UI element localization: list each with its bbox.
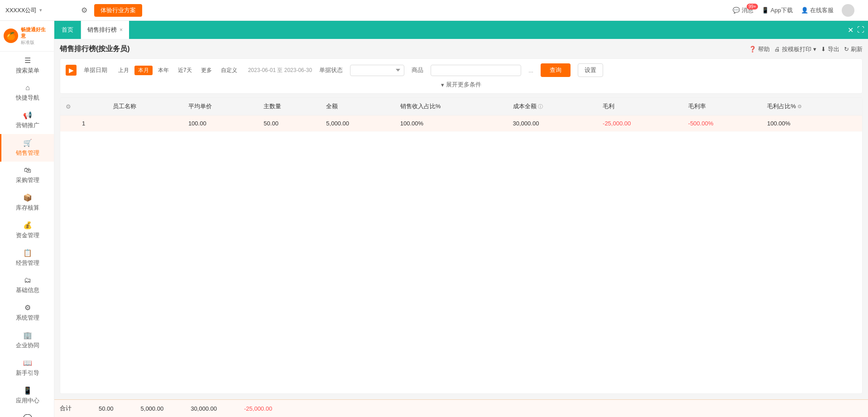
company-name: XXXXX公司 bbox=[5, 6, 37, 14]
th-settings: ⚙ bbox=[60, 98, 77, 115]
refresh-label: 刷新 bbox=[851, 45, 863, 53]
inventory-icon: 📦 bbox=[23, 193, 32, 202]
page-content: 销售排行榜(按业务员) ❓ 帮助 🖨 按模板打印 ▾ ⬇ 导出 bbox=[54, 39, 868, 399]
td-profit: -25,000.00 bbox=[597, 115, 683, 132]
tab-home-label: 首页 bbox=[62, 26, 73, 34]
sidebar-item-finance[interactable]: 💰 资金管理 bbox=[0, 216, 54, 244]
td-settings bbox=[60, 115, 77, 132]
tab-home[interactable]: 首页 bbox=[54, 21, 81, 39]
sidebar-item-wechat[interactable]: 💬 企业微信 bbox=[0, 409, 54, 417]
footer-qty: 50.00 bbox=[99, 405, 114, 412]
date-tab-7-days[interactable]: 近7天 bbox=[174, 66, 196, 75]
logo-area: 🍊 畅捷通好生意 标准版 bbox=[0, 21, 54, 52]
tab-close-button[interactable]: × bbox=[120, 27, 123, 33]
content-area: 首页 销售排行榜 × ✕ ⛶ 销售排行榜(按业务员) ❓ 帮助 bbox=[54, 21, 868, 417]
sidebar-item-marketing[interactable]: 📢 营销推广 bbox=[0, 106, 54, 134]
date-label: 单据日期 bbox=[84, 66, 107, 74]
sidebar: 🍊 畅捷通好生意 标准版 ☰ 搜索菜单 ⌂ 快捷导航 📢 营销推广 🛒 销售管理… bbox=[0, 21, 54, 417]
table-container: ⚙ 员工名称 平均单价 主数量 全额 销售收入占比% 成本全额 ⓘ bbox=[60, 97, 863, 394]
date-tab-last-month[interactable]: 上月 bbox=[115, 66, 133, 75]
th-avg-price: 平均单价 bbox=[183, 98, 258, 115]
date-range: 2023-06-01 至 2023-06-30 bbox=[248, 67, 312, 74]
table-settings-icon[interactable]: ⚙ bbox=[66, 103, 71, 110]
operations-icon: 📋 bbox=[23, 249, 32, 257]
page-title: 销售排行榜(按业务员) bbox=[60, 44, 130, 54]
logo-name: 畅捷通好生意 bbox=[21, 26, 50, 39]
top-header: XXXXX公司 ▾ ⚙ 体验行业方案 💬 消息 99+ 📱 App下载 👤 在线… bbox=[0, 0, 868, 21]
sidebar-label-basic: 基础信息 bbox=[16, 286, 39, 294]
th-qty: 主数量 bbox=[258, 98, 321, 115]
sidebar-label-purchase: 采购管理 bbox=[16, 176, 39, 184]
refresh-button[interactable]: ↻ 刷新 bbox=[844, 45, 863, 53]
finance-icon: 💰 bbox=[23, 221, 32, 230]
footer-profit: -25,000.00 bbox=[244, 405, 272, 412]
more-filters-link[interactable]: ... bbox=[528, 67, 533, 74]
expand-conditions-button[interactable]: ▾ 展开更多条件 bbox=[441, 81, 481, 89]
sidebar-item-operations[interactable]: 📋 经营管理 bbox=[0, 244, 54, 272]
help-icon: ❓ bbox=[749, 46, 756, 53]
query-button[interactable]: 查询 bbox=[541, 63, 571, 77]
sidebar-item-quick-nav[interactable]: ⌂ 快捷导航 bbox=[0, 79, 54, 106]
refresh-icon: ↻ bbox=[844, 46, 849, 53]
sidebar-item-guide[interactable]: 📖 新手引导 bbox=[0, 354, 54, 382]
tab-close-window-button[interactable]: ✕ bbox=[848, 26, 854, 34]
enterprise-icon: 🏢 bbox=[23, 331, 32, 340]
avatar[interactable] bbox=[842, 4, 854, 17]
status-select[interactable] bbox=[350, 65, 404, 76]
sidebar-item-search[interactable]: ☰ 搜索菜单 bbox=[0, 52, 54, 79]
date-tab-custom[interactable]: 自定义 bbox=[217, 66, 241, 75]
tab-sales-ranking[interactable]: 销售排行榜 × bbox=[81, 21, 129, 39]
expand-chevron-icon: ▾ bbox=[441, 81, 444, 88]
date-tabs: 上月 本月 本年 近7天 更多 自定义 bbox=[115, 66, 241, 75]
message-button[interactable]: 💬 消息 99+ bbox=[733, 6, 753, 14]
cost-info-icon: ⓘ bbox=[538, 104, 543, 109]
expand-label: 展开更多条件 bbox=[446, 81, 481, 89]
date-tab-this-month[interactable]: 本月 bbox=[134, 66, 153, 75]
th-profit-rate: 毛利率 bbox=[683, 98, 762, 115]
footer-cost-amount: 30,000.00 bbox=[191, 405, 217, 412]
tab-bar-right: ✕ ⛶ bbox=[848, 26, 868, 34]
sidebar-item-inventory[interactable]: 📦 库存核算 bbox=[0, 189, 54, 216]
th-rank bbox=[77, 98, 107, 115]
sidebar-item-basic[interactable]: 🗂 基础信息 bbox=[0, 272, 54, 299]
th-cost-amount: 成本全额 ⓘ bbox=[508, 98, 598, 115]
th-sales-pct: 销售收入占比% bbox=[395, 98, 508, 115]
home-icon: ⌂ bbox=[25, 84, 30, 92]
sidebar-item-enterprise[interactable]: 🏢 企业协同 bbox=[0, 326, 54, 354]
company-selector[interactable]: XXXXX公司 ▾ bbox=[5, 6, 78, 14]
profit-info-icon: ⚙ bbox=[797, 104, 802, 109]
tab-restore-button[interactable]: ⛶ bbox=[857, 26, 864, 34]
print-chevron-icon: ▾ bbox=[813, 46, 816, 53]
expand-row: ▾ 展开更多条件 bbox=[66, 81, 857, 89]
system-icon: ⚙ bbox=[24, 303, 31, 312]
online-service-button[interactable]: 👤 在线客服 bbox=[801, 6, 834, 14]
logo-sub: 标准版 bbox=[21, 39, 50, 46]
app-download-button[interactable]: 📱 App下载 bbox=[762, 6, 793, 14]
help-button[interactable]: ❓ 帮助 bbox=[749, 45, 770, 53]
filter-collapse-button[interactable]: ▶ bbox=[66, 65, 77, 76]
td-profit-pct: 100.00% bbox=[762, 115, 862, 132]
export-button[interactable]: ⬇ 导出 bbox=[821, 45, 839, 53]
guide-icon: 📖 bbox=[23, 359, 32, 367]
date-tab-more[interactable]: 更多 bbox=[197, 66, 216, 75]
goods-input[interactable] bbox=[431, 65, 521, 76]
settings-button[interactable]: 设置 bbox=[578, 63, 603, 77]
wechat-icon: 💬 bbox=[23, 414, 32, 417]
th-profit: 毛利 bbox=[597, 98, 683, 115]
sidebar-label-marketing: 营销推广 bbox=[16, 121, 39, 129]
td-amount: 5,000.00 bbox=[321, 115, 394, 132]
date-tab-this-year[interactable]: 本年 bbox=[154, 66, 173, 75]
td-rank: 1 bbox=[77, 115, 107, 132]
tab-bar: 首页 销售排行榜 × ✕ ⛶ bbox=[54, 21, 868, 39]
trial-button[interactable]: 体验行业方案 bbox=[94, 4, 142, 17]
sidebar-item-system[interactable]: ⚙ 系统管理 bbox=[0, 299, 54, 326]
sidebar-item-purchase[interactable]: 🛍 采购管理 bbox=[0, 162, 54, 189]
table-row: 1 100.00 50.00 5,000.00 100.00% 30,000.0… bbox=[60, 115, 862, 132]
sidebar-item-apps[interactable]: 📱 应用中心 bbox=[0, 382, 54, 409]
filter-bar: ▶ 单据日期 上月 本月 本年 近7天 更多 自定义 2023-06-01 至 … bbox=[60, 58, 863, 94]
sales-icon: 🛒 bbox=[23, 139, 32, 147]
settings-icon[interactable]: ⚙ bbox=[78, 4, 91, 17]
td-profit-rate: -500.00% bbox=[683, 115, 762, 132]
print-button[interactable]: 🖨 按模板打印 ▾ bbox=[774, 45, 816, 53]
sidebar-item-sales[interactable]: 🛒 销售管理 bbox=[0, 134, 54, 162]
